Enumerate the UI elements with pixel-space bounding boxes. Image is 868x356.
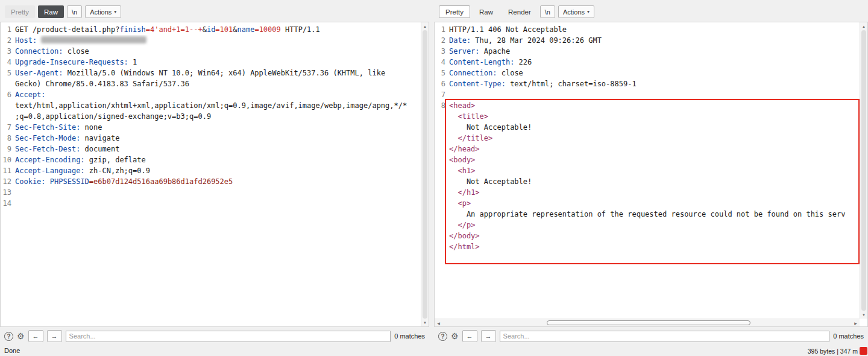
code-line: 5User-Agent: Mozilla/5.0 (Windows NT 10.… bbox=[2, 68, 421, 78]
code-line: ;q=0.8,application/signed-exchange;v=b3;… bbox=[2, 111, 421, 122]
scroll-down-icon[interactable]: ▼ bbox=[421, 319, 429, 326]
settings-gear-icon[interactable]: ⚙ bbox=[451, 332, 459, 340]
search-next-button[interactable]: → bbox=[481, 330, 496, 342]
request-panel: Pretty Raw \n Actions ▾ 1GET /product-de… bbox=[0, 0, 429, 345]
code-line: </p> bbox=[436, 220, 860, 230]
response-horizontal-scrollbar[interactable]: ◀ ▶ bbox=[435, 319, 860, 326]
line-number: 2 bbox=[436, 35, 445, 46]
tab-raw[interactable]: Raw bbox=[38, 5, 64, 18]
line-number bbox=[436, 122, 445, 133]
code-line: 6Content-Type: text/html; charset=iso-88… bbox=[436, 78, 860, 89]
chevron-down-icon: ▾ bbox=[114, 9, 116, 14]
response-code: 1HTTP/1.1 406 Not Acceptable2Date: Thu, … bbox=[435, 22, 860, 319]
code-line: 9Sec-Fetch-Dest: document bbox=[2, 144, 421, 154]
tab-pretty[interactable]: Pretty bbox=[439, 5, 470, 18]
code-line: text/html,application/xhtml+xml,applicat… bbox=[2, 100, 421, 111]
line-number: 3 bbox=[2, 46, 11, 57]
line-number bbox=[436, 165, 445, 176]
actions-menu-button[interactable]: Actions ▾ bbox=[85, 5, 121, 18]
scroll-right-icon[interactable]: ▶ bbox=[852, 319, 860, 326]
line-number bbox=[436, 154, 445, 165]
code-line: Not Acceptable! bbox=[436, 122, 860, 133]
code-line: <p> bbox=[436, 198, 860, 209]
actions-label: Actions bbox=[563, 8, 585, 16]
line-number: 7 bbox=[436, 89, 445, 100]
code-line: 3Connection: close bbox=[2, 46, 421, 57]
code-line: Gecko) Chrome/85.0.4183.83 Safari/537.36 bbox=[2, 78, 421, 89]
code-line: An appropriate representation of the req… bbox=[436, 209, 860, 220]
search-prev-button[interactable]: ← bbox=[28, 330, 43, 342]
recording-indicator-icon bbox=[860, 347, 867, 355]
search-next-button[interactable]: → bbox=[47, 330, 62, 342]
code-line: </h1> bbox=[436, 187, 860, 198]
scroll-down-icon[interactable]: ▼ bbox=[860, 311, 867, 319]
code-line: </html> bbox=[436, 241, 860, 252]
newline-toggle-button[interactable]: \n bbox=[540, 5, 555, 18]
request-code: 1GET /product-detail.php?finish=4'and+1=… bbox=[1, 22, 421, 326]
actions-label: Actions bbox=[90, 8, 112, 16]
request-vertical-scrollbar[interactable]: ▲ ▼ bbox=[421, 22, 429, 326]
code-line: 13 bbox=[2, 187, 421, 198]
request-searchbar: ? ⚙ ← → 0 matches bbox=[0, 327, 429, 345]
code-line: 6Accept: bbox=[2, 89, 421, 100]
code-line: 8<head> bbox=[436, 100, 860, 111]
line-number bbox=[436, 241, 445, 252]
line-number: 12 bbox=[2, 176, 11, 187]
search-input[interactable] bbox=[66, 331, 391, 342]
line-number: 9 bbox=[2, 144, 11, 154]
line-number bbox=[436, 176, 445, 187]
redacted-host-value bbox=[41, 36, 146, 43]
scrollbar-thumb[interactable] bbox=[423, 30, 427, 319]
code-line: 4Upgrade-Insecure-Requests: 1 bbox=[2, 57, 421, 68]
panel-divider[interactable] bbox=[429, 0, 434, 345]
scroll-left-icon[interactable]: ◀ bbox=[435, 319, 442, 326]
line-number bbox=[436, 198, 445, 209]
scroll-up-icon[interactable]: ▲ bbox=[421, 22, 429, 30]
code-line: 2Date: Thu, 28 Mar 2024 09:26:26 GMT bbox=[436, 35, 860, 46]
code-line: 1HTTP/1.1 406 Not Acceptable bbox=[436, 24, 860, 35]
settings-gear-icon[interactable]: ⚙ bbox=[17, 332, 25, 340]
tab-render[interactable]: Render bbox=[502, 5, 537, 18]
newline-toggle-button[interactable]: \n bbox=[67, 5, 82, 18]
actions-menu-button[interactable]: Actions ▾ bbox=[558, 5, 594, 18]
line-number: 7 bbox=[2, 122, 11, 133]
statusbar: Done 395 bytes | 347 m bbox=[0, 345, 868, 356]
line-number: 4 bbox=[2, 57, 11, 68]
line-number: 6 bbox=[436, 78, 445, 89]
line-number: 6 bbox=[2, 89, 11, 100]
line-number bbox=[2, 78, 11, 89]
code-line: 7Sec-Fetch-Site: none bbox=[2, 122, 421, 133]
line-number: 13 bbox=[2, 187, 11, 198]
request-editor[interactable]: 1GET /product-detail.php?finish=4'and+1=… bbox=[0, 22, 429, 327]
line-number: 3 bbox=[436, 46, 445, 57]
code-line: 14 bbox=[2, 198, 421, 209]
code-line: 2Host: bbox=[2, 35, 421, 46]
scrollbar-thumb[interactable] bbox=[861, 30, 866, 311]
match-count: 0 matches bbox=[394, 332, 425, 340]
code-line: Not Acceptable! bbox=[436, 176, 860, 187]
line-number: 5 bbox=[436, 68, 445, 78]
metrics-text: 395 bytes | 347 m bbox=[808, 348, 858, 355]
code-line: 4Content-Length: 226 bbox=[436, 57, 860, 68]
response-editor[interactable]: 1HTTP/1.1 406 Not Acceptable2Date: Thu, … bbox=[434, 22, 868, 327]
line-number bbox=[2, 100, 11, 111]
scroll-up-icon[interactable]: ▲ bbox=[860, 22, 867, 30]
search-prev-button[interactable]: ← bbox=[462, 330, 477, 342]
line-number bbox=[436, 144, 445, 154]
status-text: Done bbox=[4, 347, 20, 354]
line-number bbox=[436, 133, 445, 144]
tab-raw[interactable]: Raw bbox=[473, 5, 499, 18]
help-icon[interactable]: ? bbox=[4, 332, 13, 341]
search-input[interactable] bbox=[500, 331, 830, 342]
code-line: <title> bbox=[436, 111, 860, 122]
response-vertical-scrollbar[interactable]: ▲ ▼ bbox=[860, 22, 867, 319]
help-icon[interactable]: ? bbox=[438, 332, 447, 341]
tab-pretty[interactable]: Pretty bbox=[5, 5, 35, 18]
line-number: 4 bbox=[436, 57, 445, 68]
scrollbar-thumb[interactable] bbox=[547, 320, 750, 325]
line-number: 8 bbox=[436, 100, 445, 111]
line-number bbox=[436, 111, 445, 122]
line-number bbox=[436, 187, 445, 198]
line-number: 11 bbox=[2, 165, 11, 176]
code-line: 11Accept-Language: zh-CN,zh;q=0.9 bbox=[2, 165, 421, 176]
